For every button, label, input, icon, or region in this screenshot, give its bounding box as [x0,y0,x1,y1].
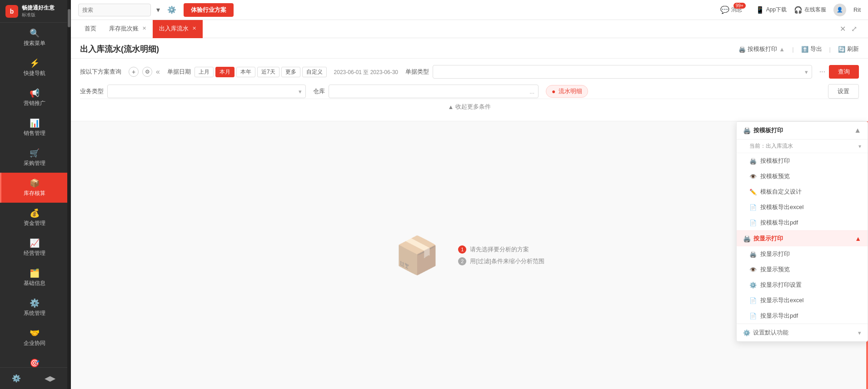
flow-tag[interactable]: ● 流水明细 [546,85,588,98]
close-window-btn[interactable]: ✕ [840,25,846,33]
app-download-btn[interactable]: 📱 App下载 [756,6,787,14]
dropdown-panel: 🖨️ 按模板打印 ▲ 当前：出入库流水 ▾ 🖨️ 按模板打印 👁️ [736,121,868,342]
type-filter-label: 单据类型 [405,68,429,76]
sidebar-label-inventory: 库存核算 [24,190,45,197]
date-btn-custom[interactable]: 自定义 [302,67,327,77]
finance-icon: 💰 [30,208,40,218]
template-pdf-icon: 📄 [749,219,757,226]
date-btn-7days[interactable]: 近7天 [257,67,279,77]
settings-bottom-btn[interactable]: ⚙️ [8,372,25,384]
dropdown-item-display-print[interactable]: 🖨️ 按显示打印 [737,246,868,262]
more-options-btn[interactable]: ··· [819,68,825,76]
sidebar-bottom: ⚙️ ◀▶ [0,367,67,389]
date-btn-this-year[interactable]: 本年 [236,67,255,77]
notification-btn[interactable]: 💬 消息 99+ [720,5,742,14]
date-btn-last-month[interactable]: 上月 [195,67,214,77]
dropdown-item-template-print[interactable]: 🖨️ 按模板打印 [737,153,868,169]
sidebar-label-cooperation: 企业协同 [24,339,45,347]
template-print-icon: 🖨️ [749,158,757,165]
sidebar-item-system[interactable]: ⚙️系统管理 [0,293,67,323]
filter-add-btn[interactable]: + [129,67,139,77]
sidebar-item-purchase[interactable]: 🛒采购管理 [0,143,67,173]
collapse-more-btn[interactable]: ▲ 收起更多条件 [80,99,859,115]
sidebar-item-inventory[interactable]: 📦库存核算 [0,173,67,203]
tab-batch[interactable]: 库存批次账 ✕ [103,20,153,38]
set-default-text: 设置默认功能 [753,329,788,337]
dropdown-item-display-settings[interactable]: ⚙️ 按显示打印设置 [737,277,868,293]
tab-batch-close[interactable]: ✕ [142,25,146,31]
expand-window-btn[interactable]: ⤢ [851,25,857,33]
export-btn[interactable]: ⬆️ 导出 [801,45,822,53]
sales-icon: 📊 [30,118,40,128]
dropdown-item-display-preview[interactable]: 👁️ 按显示预览 [737,262,868,277]
page-actions: 🖨️ 按模板打印 ▲ | ⬆️ 导出 | 🔄 刷新 [738,45,859,53]
user-avatar[interactable]: 👤 [833,4,846,16]
topbar-dropdown-icon[interactable]: ▾ [155,4,162,16]
filter-row-1: 按以下方案查询 + ⚙ « 单据日期 上月 本月 本年 近7天 更多 自定义 [80,65,859,79]
print-template-btn[interactable]: 🖨️ 按模板打印 ▲ [738,45,785,53]
shortcut-icon: ⚡ [30,58,40,68]
topbar-settings-icon[interactable]: ⚙️ [165,4,178,16]
operations-icon: 📈 [30,238,40,248]
empty-steps: 1 请先选择要分析的方案 2 用[过滤]条件来缩小分析范围 [458,245,544,265]
type-filter-select[interactable]: ▾ [433,65,812,79]
dropdown-section-display[interactable]: 🖨️ 按显示打印 ▲ [737,230,868,246]
topbar-search-area: ▾ ⚙️ [78,4,178,16]
collapse-up-icon: ▲ [448,104,454,110]
page-header: 出入库流水(流水明细) 🖨️ 按模板打印 ▲ | ⬆️ 导出 | 🔄 刷新 [71,38,868,59]
filter-collapse-btn[interactable]: « [156,68,160,76]
sidebar-item-operations[interactable]: 📈经营管理 [0,233,67,263]
warehouse-more-btn[interactable]: ... [529,88,534,95]
guide-icon: 🎯 [30,358,40,367]
topbar-search-input[interactable] [78,4,151,16]
inventory-icon: 📦 [30,178,40,188]
filter-settings-btn[interactable]: ⚙ [142,67,152,77]
date-btn-this-month[interactable]: 本月 [215,67,234,77]
dropdown-item-display-excel[interactable]: 📄 按显示导出excel [737,293,868,308]
flow-tag-text: 流水明细 [559,87,582,95]
tab-flow-close[interactable]: ✕ [192,25,196,31]
dropdown-item-template-pdf[interactable]: 📄 按模板导出pdf [737,215,868,230]
display-section-arrow: ▲ [855,235,861,242]
filter-action-btns: + ⚙ « [129,67,160,77]
dropdown-collapse-btn[interactable]: ▲ [854,126,861,135]
warehouse-select[interactable]: ... [329,85,539,98]
refresh-icon: 🔄 [838,46,845,53]
sidebar-item-shortcut[interactable]: ⚡快捷导航 [0,53,67,83]
user-name[interactable]: Rit [853,6,861,13]
sidebar-item-guide[interactable]: 🎯新手引导 [0,353,67,367]
date-filter-label: 单据日期 [167,68,191,76]
sidebar-label-marketing: 营销推广 [24,100,45,107]
sidebar-item-cooperation[interactable]: 🤝企业协同 [0,323,67,353]
system-icon: ⚙️ [30,298,40,308]
sidebar-item-finance[interactable]: 💰资金管理 [0,203,67,233]
tab-flow[interactable]: 出入库流水 ✕ [153,20,203,38]
sidebar-item-sales[interactable]: 📊销售管理 [0,113,67,143]
tab-home[interactable]: 首页 [78,20,103,38]
set-default-arrow: ▾ [858,329,861,336]
logo-area: b 畅捷通好生意 标准版 [0,0,67,23]
dropdown-item-template-customize[interactable]: ✏️ 模板自定义设计 [737,184,868,199]
dropdown-item-template-excel[interactable]: 📄 按模板导出excel [737,199,868,215]
dropdown-item-display-pdf[interactable]: 📄 按显示导出pdf [737,308,868,324]
dropdown-set-default[interactable]: ⚙️ 设置默认功能 ▾ [737,324,868,341]
sidebar-item-marketing[interactable]: 📢营销推广 [0,83,67,113]
dropdown-item-template-preview[interactable]: 👁️ 按模板预览 [737,169,868,184]
online-service-btn[interactable]: 🎧 在线客服 [794,6,826,14]
search-icon: 🔍 [30,28,40,38]
print-icon: 🖨️ [738,46,746,53]
settings-btn[interactable]: 设置 [828,84,859,99]
sidebar-item-search[interactable]: 🔍搜索菜单 [0,23,67,53]
sidebar: b 畅捷通好生意 标准版 🔍搜索菜单⚡快捷导航📢营销推广📊销售管理🛒采购管理📦库… [0,0,67,389]
query-btn[interactable]: 查询 [829,65,859,79]
business-type-filter: 业务类型 ▾ [80,85,306,98]
business-type-select[interactable]: ▾ [107,85,306,98]
sidebar-label-operations: 经营管理 [24,249,45,257]
sidebar-nav: 🔍搜索菜单⚡快捷导航📢营销推广📊销售管理🛒采购管理📦库存核算💰资金管理📈经营管理… [0,23,67,367]
industry-solution-btn[interactable]: 体验行业方案 [184,3,234,17]
refresh-btn[interactable]: 🔄 刷新 [838,45,859,53]
sidebar-item-basic[interactable]: 🗂️基础信息 [0,263,67,293]
help-bottom-btn[interactable]: ◀▶ [41,372,59,384]
date-btn-more[interactable]: 更多 [281,67,300,77]
print-dropdown-arrow[interactable]: ▲ [779,46,785,53]
